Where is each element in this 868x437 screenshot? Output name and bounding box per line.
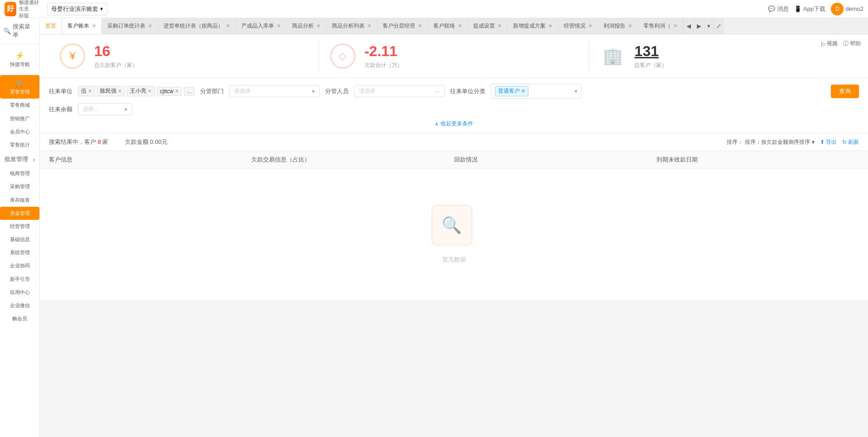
tab-home[interactable]: 首页 — [40, 18, 62, 34]
more-options-icon: ··· — [435, 88, 440, 95]
tab-close-icon[interactable]: ✕ — [277, 23, 281, 29]
sidebar-item-finance[interactable]: 资金管理 — [0, 207, 39, 220]
sidebar-item-retail-mgmt[interactable]: 🛒 零售管理 — [0, 75, 39, 99]
tab-close-icon[interactable]: ✕ — [92, 23, 96, 29]
tab-product-analysis[interactable]: 商品分析 ✕ — [287, 18, 326, 34]
sidebar-item-enterprise-wechat[interactable]: 企业微信 — [0, 299, 39, 312]
refresh-btn[interactable]: ↻ 刷新 — [842, 138, 859, 146]
sidebar-item-retail-stats[interactable]: 零售统计 — [0, 138, 39, 152]
collapse-btn[interactable]: ∧ 收起更多条件 — [49, 120, 859, 128]
sidebar: 🔍 搜索菜单 ⚡ 快捷导航 🛒 零售管理 零售商城 营销推广 会员中心 零售统计… — [0, 18, 40, 437]
sidebar-item-inventory[interactable]: 库存核算 — [0, 194, 39, 207]
message-btn[interactable]: 💬 消息 — [768, 5, 789, 13]
sidebar-item-ecommerce[interactable]: 电商管理 — [0, 167, 39, 180]
sidebar-item-member-center[interactable]: 会员中心 — [0, 125, 39, 138]
sidebar-item-newbie[interactable]: 新手引导 — [0, 273, 39, 286]
chevron-down-icon: ▾ — [575, 88, 577, 95]
app-download-btn[interactable]: 📱 App下载 — [794, 5, 825, 13]
tab-product-analysis-list[interactable]: 商品分析列表 ✕ — [326, 18, 377, 34]
tab-commission-setting[interactable]: 提成设置 ✕ — [468, 18, 508, 34]
building-icon: 🏢 — [600, 43, 625, 69]
company-selector[interactable]: 母婴行业演示账套 ▾ — [47, 3, 107, 15]
tab-close-icon[interactable]: ✕ — [548, 23, 552, 29]
filter-tag-cjttcw: cjttcw ✕ — [157, 87, 182, 96]
sidebar-item-enterprise[interactable]: 企业协同 — [0, 259, 39, 272]
stat-card-total-debt: ◇ -2.11 欠款合计（万） — [319, 42, 590, 71]
sidebar-item-operations[interactable]: 经营管理 — [0, 220, 39, 233]
sidebar-item-quick-nav[interactable]: ⚡ 快捷导航 — [2, 48, 38, 71]
tab-close-icon[interactable]: ✕ — [498, 23, 502, 29]
quick-nav: ⚡ 快捷导航 — [0, 44, 39, 75]
help-btn[interactable]: ⓘ 帮助 — [843, 40, 861, 48]
tab-close-icon[interactable]: ✕ — [673, 23, 677, 29]
person-filter-select[interactable]: 请选择 ··· — [354, 85, 445, 97]
chevron-down-icon: ▾ — [100, 5, 103, 12]
unit-class-filter[interactable]: 普通客户 ✕ ▾ — [491, 84, 581, 99]
stat-icon-1: ¥ — [58, 42, 87, 71]
tab-production-inbound[interactable]: 产成品入库单 ✕ — [236, 18, 287, 34]
tag-close-wang[interactable]: ✕ — [148, 88, 152, 94]
search-menu-btn[interactable]: 🔍 搜索菜单 — [0, 18, 39, 44]
sidebar-item-basic-info[interactable]: 基础信息 — [0, 233, 39, 246]
tabs-nav-right[interactable]: ▶ — [694, 18, 704, 34]
unit-class-label: 往来单位分类 — [450, 87, 485, 95]
tab-close-icon[interactable]: ✕ — [588, 23, 592, 29]
dept-filter-select[interactable]: 请选择 ▾ — [229, 85, 320, 97]
sidebar-item-retail-mall[interactable]: 零售商城 — [0, 99, 39, 112]
refresh-icon: ↻ — [842, 139, 847, 145]
tab-close-icon[interactable]: ✕ — [226, 23, 230, 29]
tab-close-icon[interactable]: ✕ — [458, 23, 462, 29]
filter-row-1: 往来单位 伍 ✕ 陈民强 ✕ 王小亮 ✕ — [49, 84, 859, 99]
sidebar-item-chang-member[interactable]: 畅会员 — [0, 312, 39, 325]
export-btn[interactable]: ⬆ 导出 — [820, 138, 837, 146]
tag-close-wu[interactable]: ✕ — [88, 88, 92, 94]
tabs-expand-btn[interactable]: ⤢ — [713, 18, 724, 34]
tab-close-icon[interactable]: ✕ — [367, 23, 371, 29]
tab-customer-layer[interactable]: 客户分层经营 ✕ — [377, 18, 428, 34]
stat-icon-3: 🏢 — [598, 42, 627, 71]
tab-operation-status[interactable]: 经营情况 ✕ — [558, 18, 598, 34]
sidebar-item-marketing[interactable]: 营销推广 — [0, 112, 39, 125]
tabs-nav-menu[interactable]: ▾ — [704, 18, 713, 34]
stat-label-total-debt: 欠款合计（万） — [364, 62, 403, 69]
tabs-nav-left[interactable]: ◀ — [683, 18, 694, 34]
tab-close-icon[interactable]: ✕ — [628, 23, 632, 29]
col-due-date: 到期未收款日期 — [657, 156, 859, 164]
table-header: 客户信息 欠款交易信息（占比） 回款情况 到期未收款日期 — [40, 151, 868, 169]
sidebar-item-app-center[interactable]: 应用中心 — [0, 286, 39, 299]
tab-customer-contact[interactable]: 客户联络 ✕ — [428, 18, 468, 34]
user-menu[interactable]: D demo2 — [831, 3, 863, 15]
help-icon: ⓘ — [843, 40, 849, 48]
tag-close-cjttcw[interactable]: ✕ — [175, 88, 179, 94]
sidebar-item-wholesale[interactable]: 批发管理 › — [0, 152, 39, 167]
sort-selector[interactable]: 排序： 排序：按欠款金额倒序排序 ▾ — [727, 138, 815, 146]
filter-row-2: 往来余额 选择... ▾ — [49, 103, 859, 115]
tag-close-normal[interactable]: ✕ — [521, 88, 525, 94]
more-tags-btn[interactable]: ... — [184, 87, 195, 96]
tag-close-chen[interactable]: ✕ — [118, 88, 122, 94]
tab-close-icon[interactable]: ✕ — [317, 23, 321, 29]
sidebar-item-purchase[interactable]: 采购管理 — [0, 180, 39, 193]
sidebar-item-system-mgmt[interactable]: 系统管理 — [0, 246, 39, 259]
tab-customer-ledger[interactable]: 客户账本 ✕ — [62, 18, 102, 34]
empty-icon: 🔍 — [432, 205, 477, 250]
person-filter-label: 分管人员 — [325, 87, 349, 95]
stat-value-total-customers: 131 — [634, 43, 667, 60]
tab-close-icon[interactable]: ✕ — [148, 23, 152, 29]
page-content: ▷ 视频 ⓘ 帮助 ¥ 16 总欠款客户（家） — [40, 34, 868, 437]
dept-filter-label: 分管部门 — [200, 87, 224, 95]
tab-close-icon[interactable]: ✕ — [418, 23, 422, 29]
video-help-btn[interactable]: ▷ 视频 — [821, 40, 838, 48]
query-button[interactable]: 查询 — [831, 85, 859, 98]
tab-purchase-stats[interactable]: 进货单统计表（按商品） ✕ — [158, 18, 236, 34]
tab-retail-profit[interactable]: 零售利润（ ✕ — [638, 18, 683, 34]
tab-purchase-order[interactable]: 采购订单统计表 ✕ — [102, 18, 158, 34]
stat-label-overdue-customers: 总欠款客户（家） — [94, 62, 138, 69]
stat-value-overdue-customers: 16 — [94, 43, 138, 60]
stats-area: ▷ 视频 ⓘ 帮助 ¥ 16 总欠款客户（家） — [40, 34, 868, 78]
balance-filter-select[interactable]: 选择... ▾ — [78, 103, 132, 115]
tab-add-commission[interactable]: 新增提成方案 ✕ — [508, 18, 558, 34]
top-bar-left: 好 畅捷通好生意 标版 母婴行业演示账套 ▾ — [5, 0, 107, 19]
chevron-right-icon: › — [33, 156, 35, 163]
tab-profit-report[interactable]: 利润报告 ✕ — [598, 18, 638, 34]
